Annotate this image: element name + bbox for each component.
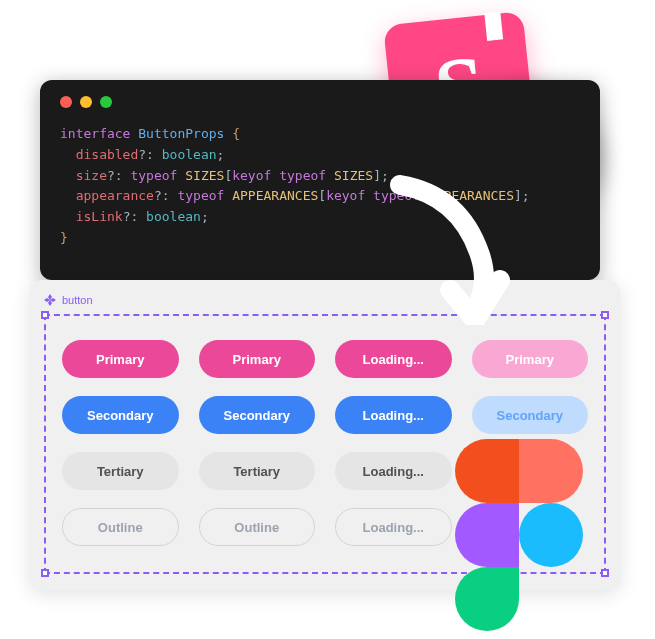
primary-button[interactable]: Primary	[199, 340, 316, 378]
figma-logo	[455, 439, 585, 629]
secondary-loading-button[interactable]: Loading...	[335, 396, 452, 434]
resize-handle-tl[interactable]	[41, 311, 49, 319]
panel-header: button	[44, 294, 606, 306]
secondary-button[interactable]: Secondary	[62, 396, 179, 434]
arrow-icon	[380, 175, 520, 329]
resize-handle-tr[interactable]	[601, 311, 609, 319]
outline-button[interactable]: Outline	[199, 508, 316, 546]
minimize-icon[interactable]	[80, 96, 92, 108]
outline-button[interactable]: Outline	[62, 508, 179, 546]
primary-disabled-button[interactable]: Primary	[472, 340, 589, 378]
tertiary-button[interactable]: Tertiary	[199, 452, 316, 490]
figma-shape-red	[455, 439, 519, 503]
figma-shape-orange	[519, 439, 583, 503]
window-controls	[60, 96, 580, 108]
code-line: interface ButtonProps {	[60, 124, 580, 145]
outline-loading-button[interactable]: Loading...	[335, 508, 452, 546]
close-icon[interactable]	[60, 96, 72, 108]
tertiary-loading-button[interactable]: Loading...	[335, 452, 452, 490]
primary-button[interactable]: Primary	[62, 340, 179, 378]
bookmark-icon	[484, 11, 503, 41]
figma-shape-blue	[519, 503, 583, 567]
code-line: disabled?: boolean;	[60, 145, 580, 166]
secondary-button[interactable]: Secondary	[199, 396, 316, 434]
maximize-icon[interactable]	[100, 96, 112, 108]
tertiary-button[interactable]: Tertiary	[62, 452, 179, 490]
component-icon	[44, 294, 56, 306]
primary-loading-button[interactable]: Loading...	[335, 340, 452, 378]
figma-shape-purple	[455, 503, 519, 567]
figma-shape-green	[455, 567, 519, 631]
resize-handle-bl[interactable]	[41, 569, 49, 577]
component-name: button	[62, 294, 93, 306]
secondary-disabled-button[interactable]: Secondary	[472, 396, 589, 434]
resize-handle-br[interactable]	[601, 569, 609, 577]
